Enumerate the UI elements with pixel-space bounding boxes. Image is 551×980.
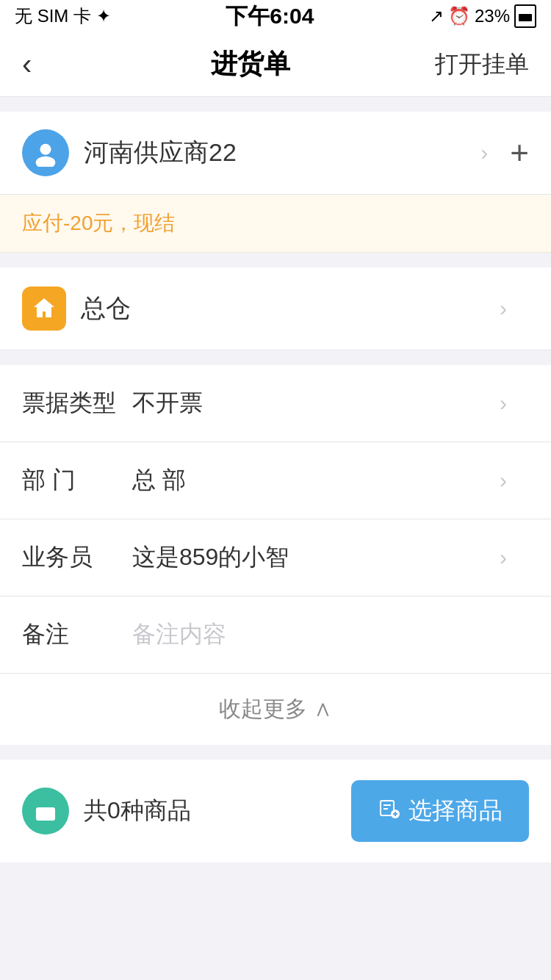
invoice-type-chevron-icon: › [500, 391, 507, 416]
location-icon: ↗ [429, 6, 444, 26]
back-button[interactable]: ‹ [22, 48, 66, 81]
nav-bar: ‹ 进货单 打开挂单 [0, 32, 551, 97]
remark-label: 备注 [22, 619, 125, 651]
supplier-row[interactable]: 河南供应商22 › + [0, 112, 551, 195]
status-left: 无 SIM 卡 ✦ [15, 4, 111, 28]
person-icon [32, 139, 60, 167]
salesperson-value: 这是859的小智 [132, 541, 500, 574]
select-label: 选择商品 [408, 795, 503, 827]
department-row[interactable]: 部 门 总 部 › [0, 442, 551, 519]
remark-row[interactable]: 备注 备注内容 [0, 597, 551, 674]
products-section: 共0种商品 选择商品 [0, 760, 551, 862]
status-right: ↗ ⏰ 23% [429, 4, 536, 28]
supplier-name: 河南供应商22 [84, 136, 480, 170]
section-gap-2 [0, 253, 551, 267]
warehouse-section: 总仓 › [0, 267, 551, 350]
department-label: 部 门 [22, 464, 125, 497]
invoice-type-label: 票据类型 [22, 387, 125, 419]
invoice-type-row[interactable]: 票据类型 不开票 › [0, 365, 551, 442]
battery-text: 23% [475, 6, 510, 26]
page-title: 进货单 [211, 46, 290, 82]
status-time: 下午6:04 [226, 1, 314, 32]
svg-rect-2 [36, 807, 55, 821]
warehouse-chevron-icon: › [500, 296, 507, 321]
form-section: 票据类型 不开票 › 部 门 总 部 › 业务员 这是859的小智 › 备注 备… [0, 365, 551, 745]
section-gap-3 [0, 350, 551, 365]
bottom-fill [0, 862, 551, 980]
section-gap-1 [0, 97, 551, 112]
remark-input[interactable]: 备注内容 [132, 619, 529, 651]
products-count: 共0种商品 [84, 795, 351, 827]
salesperson-chevron-icon: › [500, 545, 507, 570]
department-chevron-icon: › [500, 468, 507, 493]
svg-point-0 [40, 144, 51, 155]
department-value: 总 部 [132, 464, 500, 497]
invoice-type-value: 不开票 [132, 387, 500, 419]
collapse-button[interactable]: 收起更多 ∧ [0, 674, 551, 745]
warehouse-icon [22, 287, 66, 331]
supplier-section: 河南供应商22 › + 应付-20元，现结 [0, 112, 551, 253]
alarm-icon: ⏰ [448, 6, 470, 26]
salesperson-row[interactable]: 业务员 这是859的小智 › [0, 519, 551, 597]
products-icon [22, 788, 69, 835]
battery-icon [514, 4, 536, 28]
select-icon [378, 796, 401, 826]
add-supplier-button[interactable]: + [510, 137, 529, 169]
salesperson-label: 业务员 [22, 541, 125, 574]
svg-point-1 [36, 156, 56, 167]
warehouse-name: 总仓 [81, 292, 500, 325]
warehouse-row[interactable]: 总仓 › [0, 267, 551, 350]
select-products-button[interactable]: 选择商品 [351, 780, 529, 842]
status-bar: 无 SIM 卡 ✦ 下午6:04 ↗ ⏰ 23% [0, 0, 551, 32]
signal-text: 无 SIM 卡 ✦ [15, 4, 111, 28]
house-icon [31, 295, 57, 322]
open-pending-button[interactable]: 打开挂单 [435, 48, 529, 81]
supplier-notice: 应付-20元，现结 [0, 195, 551, 253]
supplier-chevron-icon: › [480, 140, 488, 165]
shopping-bag-icon [32, 797, 60, 825]
supplier-avatar [22, 129, 69, 176]
